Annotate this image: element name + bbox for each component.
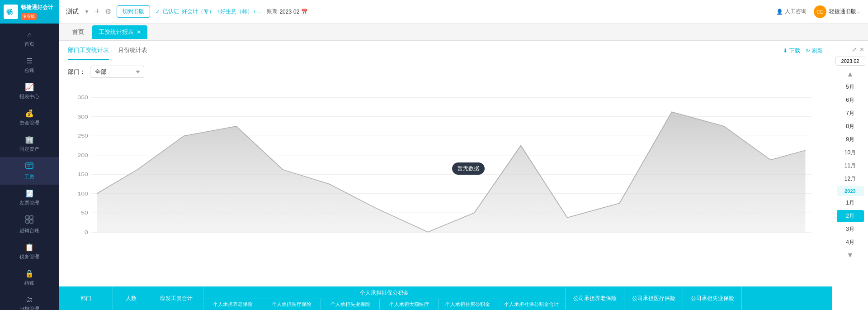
- svg-text:350: 350: [77, 95, 88, 101]
- month-item[interactable]: 11月: [837, 160, 864, 172]
- sidebar-item-label: 发票管理: [19, 200, 39, 206]
- svg-text:150: 150: [77, 172, 88, 178]
- sidebar-item-home[interactable]: ⌂ 首页: [0, 26, 59, 52]
- sidebar-item-purchase-sales[interactable]: 进销台账: [0, 211, 59, 238]
- period-value: 2023-02: [279, 9, 299, 15]
- topbar: 测试 ▼ + ⚙ 切到旧版 ✓ 已认证 好会计（专） +好生意（标）+… 账期 …: [59, 0, 868, 24]
- scroll-down-button[interactable]: ▼: [845, 249, 856, 261]
- col-company-medical: 公司承担医疗保险: [624, 286, 683, 310]
- sidebar-item-label: 报表中心: [19, 93, 39, 100]
- month-item[interactable]: 6月: [837, 94, 864, 106]
- refresh-button[interactable]: ↻ 刷新: [806, 47, 823, 55]
- svg-rect-7: [26, 220, 29, 223]
- check-icon: ✓: [156, 9, 160, 15]
- calendar-icon[interactable]: 📅: [301, 9, 308, 15]
- panel-controls: ⤢ ✕: [832, 44, 868, 55]
- tab-payroll-report[interactable]: 工资统计报表 ✕: [92, 25, 147, 39]
- sidebar-item-label: 工资: [24, 173, 34, 180]
- month-item-active[interactable]: 2月: [837, 210, 864, 222]
- subtabs: 部门工资统计表 月份统计表 ⬇ 下载 ↻ 刷新: [59, 41, 832, 60]
- expand-button[interactable]: ⤢: [852, 46, 857, 53]
- sidebar-item-tax[interactable]: 📋 税务管理: [0, 238, 59, 265]
- svg-text:100: 100: [77, 191, 88, 197]
- help-icon: 👤: [776, 9, 783, 15]
- tab-home[interactable]: 首页: [66, 25, 90, 39]
- user-name: 轻捷通旧版...: [829, 8, 861, 15]
- refresh-icon: ↻: [806, 48, 810, 54]
- col-company-pension: 公司承担养老保险: [566, 286, 624, 310]
- payroll-icon: [25, 162, 33, 172]
- right-panel: ⤢ ✕ ▲ 5月 6月 7月 8月 9月 10月 11月 12月 2023 1月…: [832, 41, 868, 310]
- sidebar-item-label: 资金管理: [19, 119, 39, 126]
- month-item[interactable]: 12月: [837, 173, 864, 185]
- sidebar-item-label: 归档管理: [19, 305, 39, 310]
- month-item[interactable]: 8月: [837, 120, 864, 133]
- switch-version-button[interactable]: 切到旧版: [117, 5, 150, 18]
- period-info: 账期 2023-02 📅: [267, 8, 308, 15]
- sidebar-item-label: 结账: [24, 280, 34, 286]
- chart-svg: 350 300 250 200 150 100 50 0: [68, 88, 823, 242]
- archive-icon: 🗂: [26, 296, 33, 304]
- col-personal-medical: 个人承担医疗保险: [262, 299, 321, 310]
- subtab-monthly-report[interactable]: 月份统计表: [118, 46, 147, 60]
- sidebar-item-label: 固定资产: [19, 146, 39, 153]
- svg-text:300: 300: [77, 114, 88, 120]
- topbar-right: 👤 人工咨询 CE 轻捷通旧版...: [776, 5, 861, 18]
- sidebar-item-payroll[interactable]: 工资: [0, 157, 59, 185]
- svg-text:0: 0: [85, 229, 88, 235]
- user-avatar: CE: [814, 5, 826, 18]
- closing-icon: 🔒: [25, 269, 34, 278]
- company-dropdown-arrow[interactable]: ▼: [84, 9, 90, 15]
- sidebar-item-archive[interactable]: 🗂 归档管理: [0, 291, 59, 310]
- dept-select[interactable]: 全部 财务部 行政部 销售部: [90, 66, 144, 78]
- chart-tooltip: 暂无数据: [452, 162, 485, 175]
- sidebar-item-invoice[interactable]: 🧾 发票管理: [0, 185, 59, 211]
- month-list: ▲ 5月 6月 7月 8月 9月 10月 11月 12月 2023 1月 2月 …: [832, 68, 868, 261]
- subtab-dept-report[interactable]: 部门工资统计表: [68, 46, 109, 60]
- month-item[interactable]: 1月: [837, 197, 864, 209]
- user-menu[interactable]: CE 轻捷通旧版...: [814, 5, 861, 18]
- download-icon: ⬇: [783, 48, 788, 54]
- sidebar-item-label: 税务管理: [19, 253, 39, 260]
- sidebar-item-general-ledger[interactable]: ☰ 总账: [0, 52, 59, 78]
- sidebar-item-closing[interactable]: 🔒 结账: [0, 265, 59, 291]
- sidebar-nav: ⌂ 首页 ☰ 总账 📈 报表中心 💰 资金管理 🏢 固定资产: [0, 24, 59, 310]
- period-label: 账期: [267, 8, 278, 15]
- date-input[interactable]: [835, 57, 865, 66]
- report-icon: 📈: [25, 83, 34, 91]
- col-dept: 部门: [59, 286, 113, 310]
- topbar-settings-button[interactable]: ⚙: [105, 7, 111, 16]
- content-main: 部门工资统计表 月份统计表 ⬇ 下载 ↻ 刷新: [59, 41, 832, 310]
- help-button[interactable]: 👤 人工咨询: [776, 8, 807, 15]
- month-item[interactable]: 4月: [837, 236, 864, 248]
- tab-close-button[interactable]: ✕: [137, 29, 141, 35]
- subtab-actions: ⬇ 下载 ↻ 刷新: [783, 47, 823, 59]
- add-button[interactable]: +: [95, 7, 100, 16]
- accounting-type: 好会计（专）: [182, 8, 214, 15]
- col-headcount: 人数: [113, 286, 149, 310]
- month-item[interactable]: 7月: [837, 107, 864, 119]
- col-personal-housing: 个人承担住房公积金: [439, 299, 497, 310]
- toolbar-left: 部门： 全部 财务部 行政部 销售部: [68, 66, 144, 78]
- month-item[interactable]: 9月: [837, 134, 864, 146]
- sidebar-item-fixed-assets[interactable]: 🏢 固定资产: [0, 131, 59, 157]
- invoice-icon: 🧾: [25, 189, 34, 198]
- tax-icon: 📋: [25, 243, 34, 252]
- sidebar-item-fund-management[interactable]: 💰 资金管理: [0, 105, 59, 131]
- month-item[interactable]: 10月: [837, 147, 864, 159]
- download-button[interactable]: ⬇ 下载: [783, 47, 800, 55]
- month-item[interactable]: 3月: [837, 223, 864, 235]
- month-item[interactable]: 5月: [837, 81, 864, 93]
- col-total-salary: 应发工资合计: [149, 286, 203, 310]
- scroll-up-button[interactable]: ▲: [845, 68, 856, 80]
- certification-status: ✓ 已认证 好会计（专） +好生意（标）+…: [156, 8, 261, 15]
- content-area: 部门工资统计表 月份统计表 ⬇ 下载 ↻ 刷新: [59, 41, 868, 310]
- logo-icon: 畅: [4, 5, 18, 19]
- close-panel-button[interactable]: ✕: [859, 46, 864, 53]
- col-personal-pension: 个人承担养老保险: [203, 299, 262, 310]
- col-company-unemployment: 公司承担失业保险: [683, 286, 742, 310]
- svg-text:200: 200: [77, 152, 88, 158]
- sidebar-item-report-center[interactable]: 📈 报表中心: [0, 78, 59, 105]
- svg-text:50: 50: [81, 210, 88, 216]
- sidebar-item-label: 首页: [24, 41, 34, 48]
